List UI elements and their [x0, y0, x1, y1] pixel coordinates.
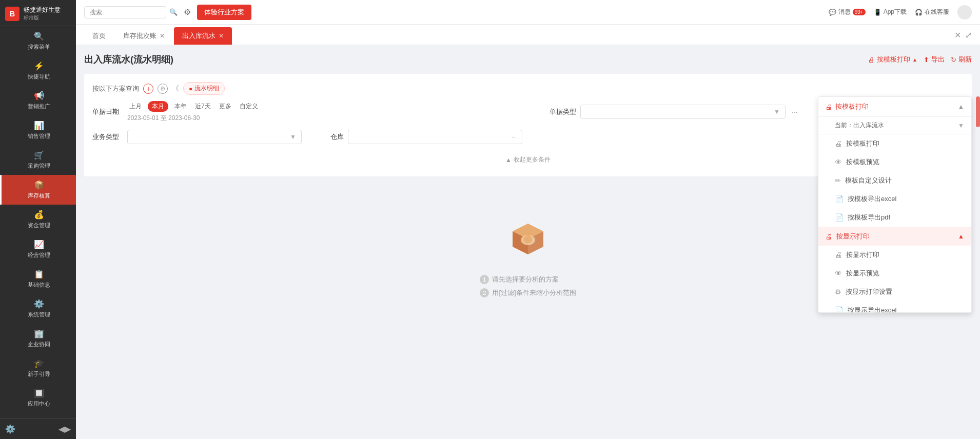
collapse-sidebar-icon[interactable]: ◀▶	[58, 424, 71, 434]
dropdown-item-template-pdf[interactable]: 📄 按模板导出pdf	[818, 208, 971, 227]
dropdown-item-template-preview[interactable]: 👁 按模板预览	[818, 153, 971, 171]
filter-collapse-icon[interactable]: 《	[172, 84, 179, 93]
sidebar-icon-finance: 💰	[34, 210, 44, 220]
template-preview-icon: 👁	[835, 158, 842, 166]
search-input[interactable]	[84, 6, 166, 18]
sidebar-item-search[interactable]: 🔍 搜索菜单	[0, 26, 76, 56]
sidebar-item-finance[interactable]: 💰 资金管理	[0, 205, 76, 234]
export-button[interactable]: ⬆ 导出	[924, 55, 945, 64]
display-print-settings-icon: ⚙	[835, 288, 841, 296]
sidebar-icon-operations: 📈	[34, 240, 44, 249]
app-brand: 畅捷通好生意 标准版	[24, 6, 61, 22]
user-avatar[interactable]	[957, 5, 972, 19]
filter-settings-circle-button[interactable]: ⚙	[158, 84, 168, 94]
tab-home-label: 首页	[92, 31, 106, 41]
tab-close-all-icon[interactable]: ✕	[954, 30, 961, 39]
dropdown-title-label: 按模板打印	[835, 102, 869, 111]
warehouse-select[interactable]: ···	[348, 130, 522, 144]
dropdown-scroll: 🖨 按模板打印 ▲ 当前：出入库流水 ▼ 🖨 按模板打印	[818, 97, 971, 312]
date-filter-label: 单据日期	[92, 107, 119, 116]
filter-add-button[interactable]: +	[143, 84, 153, 94]
voucher-type-select[interactable]: ▼	[580, 105, 786, 119]
date-tab-7days[interactable]: 近7天	[193, 101, 213, 112]
tab-batch-account-close[interactable]: ✕	[160, 32, 165, 39]
sidebar-item-purchase[interactable]: 🛒 采购管理	[0, 145, 76, 175]
topbar: 🔍 ⚙ 体验行业方案 💬 消息 99+ 📱 App下载 🎧 在线客服	[76, 0, 980, 25]
dropdown-item-display-excel[interactable]: 📄 按显示导出excel	[818, 301, 971, 312]
template-excel-label: 按模板导出excel	[848, 194, 896, 204]
condition-tag-label: 流水明细	[194, 84, 219, 93]
tab-maximize-icon[interactable]: ⤢	[965, 30, 972, 39]
sidebar-icon-apps: 🔲	[34, 388, 44, 398]
business-type-select[interactable]: ▼	[127, 130, 302, 144]
app-download-action[interactable]: 📱 App下载	[874, 8, 907, 16]
sidebar-item-wechat[interactable]: 💬 企业微信	[0, 413, 76, 418]
online-service-action[interactable]: 🎧 在线客服	[915, 8, 949, 16]
sidebar-item-basic[interactable]: 📋 基础信息	[0, 264, 76, 294]
sidebar-item-shortcut[interactable]: ⚡ 快捷导航	[0, 56, 76, 86]
dropdown-header-arrow[interactable]: ▲	[958, 103, 964, 110]
dropdown-item-template-print[interactable]: 🖨 按模板打印	[818, 134, 971, 153]
template-preview-label: 按模板预览	[846, 157, 879, 167]
business-type-arrow: ▼	[290, 133, 296, 141]
filter-query-label: 按以下方案查询	[92, 84, 139, 93]
sidebar-item-operations[interactable]: 📈 经营管理	[0, 234, 76, 264]
date-tab-more[interactable]: 更多	[217, 101, 233, 112]
print-dropdown-panel: 🖨 按模板打印 ▲ 当前：出入库流水 ▼ 🖨 按模板打印	[818, 96, 972, 313]
print-icon: 🖨	[868, 56, 875, 64]
sidebar-label-sales: 销售管理	[28, 132, 50, 140]
empty-step-1: 1 请先选择要分析的方案	[480, 273, 576, 286]
sidebar-label-guide: 新手引导	[28, 370, 50, 378]
sidebar-item-system[interactable]: ⚙️ 系统管理	[0, 294, 76, 324]
sidebar-item-guide[interactable]: 🎓 新手引导	[0, 353, 76, 383]
step-2-label: 用[过滤]条件来缩小分析范围	[492, 286, 576, 300]
brand-version: 标准版	[24, 14, 61, 22]
dropdown-item-template-excel[interactable]: 📄 按模板导出excel	[818, 190, 971, 208]
message-action[interactable]: 💬 消息 99+	[829, 8, 866, 16]
dropdown-item-template-custom[interactable]: ✏ 模板自定义设计	[818, 171, 971, 190]
topbar-gear-icon[interactable]: ⚙	[184, 7, 191, 17]
dropdown-current-item[interactable]: 当前：出入库流水 ▼	[818, 117, 971, 134]
app-download-icon: 📱	[874, 9, 881, 16]
condition-tag-icon: ●	[189, 85, 192, 92]
section-label-text: 按显示打印	[836, 232, 870, 241]
sidebar-item-inventory[interactable]: 📦 库存核算	[0, 175, 76, 205]
sidebar-label-apps: 应用中心	[28, 400, 50, 408]
print-button[interactable]: 🖨 按模板打印 ▲	[868, 55, 917, 64]
content-area: 出入库流水(流水明细) 🖨 按模板打印 ▲ ⬆ 导出 ↻ 刷新	[76, 45, 980, 439]
date-range-display: 2023-06-01 至 2023-06-30	[127, 114, 541, 123]
dropdown-item-display-print-settings[interactable]: ⚙ 按显示打印设置	[818, 283, 971, 301]
sidebar-item-sales[interactable]: 📊 销售管理	[0, 115, 76, 145]
date-tab-this-year[interactable]: 本年	[172, 101, 189, 112]
industry-solution-button[interactable]: 体验行业方案	[197, 5, 251, 20]
sidebar-item-enterprise[interactable]: 🏢 企业协同	[0, 324, 76, 353]
tab-stock-flow-close[interactable]: ✕	[219, 32, 224, 39]
display-preview-label: 按显示预览	[846, 269, 879, 278]
brand-name: 畅捷通好生意	[24, 6, 61, 14]
dropdown-item-display-print[interactable]: 🖨 按显示打印	[818, 246, 971, 264]
voucher-type-more-icon[interactable]: ···	[792, 108, 798, 116]
sidebar-label-operations: 经营管理	[28, 251, 50, 259]
settings-icon[interactable]: ⚙️	[5, 424, 15, 434]
sidebar-icon-sales: 📊	[34, 121, 44, 130]
dropdown-item-display-preview[interactable]: 👁 按显示预览	[818, 264, 971, 283]
headset-icon: 🎧	[915, 9, 923, 16]
display-print-settings-label: 按显示打印设置	[846, 287, 892, 296]
page-title: 出入库流水(流水明细)	[84, 53, 173, 66]
display-print-label: 按显示打印	[846, 250, 879, 260]
tab-home[interactable]: 首页	[84, 27, 114, 45]
warehouse-arrow: ···	[512, 133, 517, 141]
date-tab-this-month[interactable]: 本月	[148, 101, 168, 112]
sidebar-item-marketing[interactable]: 📢 营销推广	[0, 86, 76, 115]
sidebar-label-inventory: 库存核算	[28, 192, 50, 199]
tab-stock-flow[interactable]: 出入库流水 ✕	[174, 27, 232, 45]
condition-tag[interactable]: ● 流水明细	[183, 82, 225, 95]
display-excel-label: 按显示导出excel	[848, 306, 896, 312]
sidebar-item-apps[interactable]: 🔲 应用中心	[0, 383, 76, 413]
message-icon: 💬	[829, 9, 836, 16]
date-tab-last-month[interactable]: 上月	[127, 101, 144, 112]
tab-batch-account[interactable]: 库存批次账 ✕	[115, 27, 173, 45]
dropdown-display-section[interactable]: 🖨 按显示打印 ▲	[818, 227, 971, 246]
refresh-button[interactable]: ↻ 刷新	[951, 55, 972, 64]
date-tab-custom[interactable]: 自定义	[238, 101, 260, 112]
